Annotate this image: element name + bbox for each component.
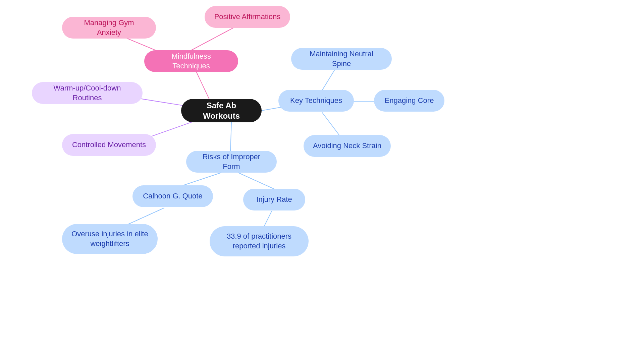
mindfulness-node: Mindfulness Techniques [144,50,238,72]
svg-line-13 [263,211,272,228]
managing-gym-anxiety-label: Managing Gym Anxiety [71,18,147,37]
engaging-core-label: Engaging Core [385,96,434,106]
center-node: Safe Ab Workouts [181,99,262,122]
risks-label: Risks of Improper Form [196,152,267,171]
avoiding-neck-strain-label: Avoiding Neck Strain [313,141,381,151]
controlled-movements-label: Controlled Movements [72,140,146,150]
svg-line-10 [181,173,221,186]
maintaining-label: Maintaining Neutral Spine [301,49,382,68]
practitioners-node: 33.9 of practitioners reported injuries [210,226,309,256]
positive-affirmations-label: Positive Affirmations [214,12,281,22]
managing-gym-anxiety-node: Managing Gym Anxiety [62,17,156,39]
risks-node: Risks of Improper Form [186,151,277,173]
controlled-movements-node: Controlled Movements [62,134,156,156]
center-label: Safe Ab Workouts [191,100,252,121]
overuse-node: Overuse injuries in elite weightlifters [62,224,158,254]
calhoon-label: Calhoon G. Quote [143,191,202,201]
injury-rate-node: Injury Rate [243,189,305,210]
warmup-label: Warm-up/Cool-down Routines [41,83,133,103]
positive-affirmations-node: Positive Affirmations [205,6,290,28]
svg-line-11 [238,173,275,189]
key-techniques-label: Key Techniques [290,96,342,106]
injury-rate-label: Injury Rate [256,195,292,204]
svg-line-12 [127,208,164,225]
engaging-core-node: Engaging Core [374,90,444,112]
warmup-node: Warm-up/Cool-down Routines [32,82,143,104]
key-techniques-node: Key Techniques [278,90,354,112]
practitioners-label: 33.9 of practitioners reported injuries [219,232,299,251]
calhoon-node: Calhoon G. Quote [132,185,213,207]
overuse-label: Overuse injuries in elite weightlifters [71,229,148,248]
avoiding-neck-strain-node: Avoiding Neck Strain [304,135,391,157]
svg-line-9 [230,122,231,152]
mindfulness-label: Mindfulness Techniques [154,52,229,71]
maintaining-neutral-spine-node: Maintaining Neutral Spine [291,48,392,70]
